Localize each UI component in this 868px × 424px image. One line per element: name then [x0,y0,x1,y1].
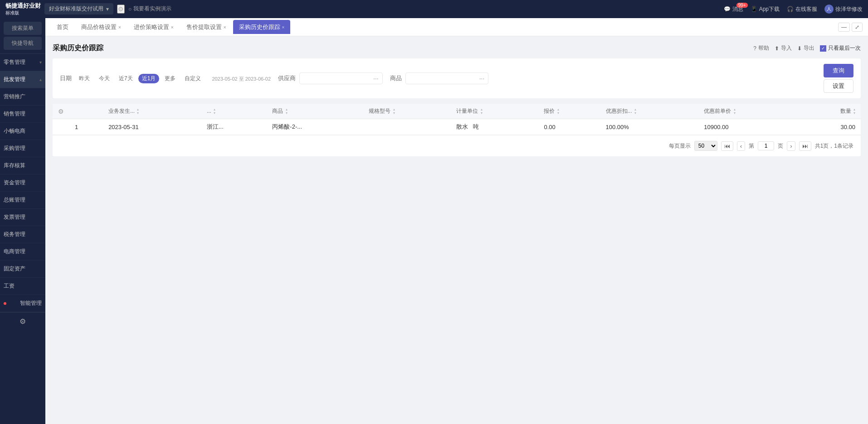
sidebar-item-tax[interactable]: 税务管理 [0,226,45,243]
sidebar-item-retail[interactable]: 零售管理 ▾ [0,54,45,71]
date-btn-today[interactable]: 今天 [95,74,113,83]
col-unit[interactable]: 计量单位 ▴▾ [451,104,538,119]
topbar: 畅捷通好业财 标准版 好业财标准版交付试用 ▾ ⚙ ○ 我要看实例演示 💬 消息… [0,0,868,18]
sidebar-item-sales[interactable]: 销售管理 [0,106,45,123]
content-area: 首页 商品价格设置 × 进价策略设置 × 售价提取设置 × 采购历史价跟踪 × … [45,18,868,424]
sidebar-item-smart[interactable]: 智能管理 [0,295,45,312]
import-button[interactable]: ⬆ 导入 [775,44,792,52]
topbar-left: 畅捷通好业财 标准版 好业财标准版交付试用 ▾ ⚙ ○ 我要看实例演示 [5,2,171,16]
query-button[interactable]: 查询 [824,64,853,77]
demo-btn[interactable]: ○ 我要看实例演示 [128,5,171,13]
tab-price[interactable]: 商品价格设置 × [75,20,127,34]
col-goods[interactable]: 商品 ▴▾ [267,104,363,119]
sidebar-item-inventory[interactable]: 库存核算 [0,157,45,174]
export-button[interactable]: ⬇ 导出 [797,44,814,52]
cell-goods: 丙烯酸-2-... [267,119,363,135]
col-more[interactable]: ... ▴▾ [201,104,267,119]
column-settings-button[interactable]: ⚙ [58,108,64,115]
sidebar-settings-button[interactable]: ⚙ [20,317,26,326]
table-body: 1 2023-05-31 浙江... 丙烯酸-2-... 散水 吨 0.00 1… [53,119,861,135]
export-icon: ⬇ [797,45,802,52]
tab-purchase-strategy[interactable]: 进价策略设置 × [128,20,180,34]
search-menu-button[interactable]: 搜索菜单 [4,22,42,35]
topbar-gear-button[interactable]: ⚙ [117,5,125,14]
help-label: 帮助 [758,44,769,52]
sidebar-item-label: 零售管理 [4,58,25,66]
cell-quote: 0.00 [538,119,600,135]
page-prev-button[interactable]: ‹ [737,141,745,151]
app-download-btn[interactable]: 📱 App下载 [751,5,780,13]
goods-more-icon[interactable]: ··· [479,75,485,82]
tab-close-icon[interactable]: × [118,25,121,30]
page-title: 采购历史价跟踪 [53,43,103,53]
app-logo: 畅捷通好业财 标准版 [5,2,41,16]
page-header: 采购历史价跟踪 ? 帮助 ⬆ 导入 ⬇ 导出 ✓ [53,43,861,53]
col-date[interactable]: 业务发生... ▴▾ [103,104,201,119]
user-menu[interactable]: 人 徐泽华修改 [824,5,863,14]
tab-close-icon[interactable]: × [171,25,174,30]
goods-input[interactable] [410,75,478,82]
goods-filter-label: 商品 [390,74,402,82]
sidebar-item-finance[interactable]: 资金管理 [0,174,45,192]
tab-minimize-button[interactable]: — [838,23,850,32]
tab-maximize-button[interactable]: ⤢ [852,23,863,32]
per-page-select[interactable]: 50 100 200 [694,141,717,151]
page-input[interactable] [758,141,774,150]
date-btn-more[interactable]: 更多 [161,74,179,83]
user-name: 徐泽华修改 [835,5,863,13]
sidebar-item-label: 税务管理 [4,231,25,238]
page-first-button[interactable]: ⏮ [721,141,733,151]
chevron-icon: ▾ [39,60,42,65]
chevron-down-icon: ▾ [106,6,109,12]
col-quantity[interactable]: 数量 ▴▾ [799,104,861,119]
col-num [69,104,103,119]
page-last-button[interactable]: ⏭ [799,141,811,151]
col-discount-rate[interactable]: 优惠折扣... ▴▾ [600,104,699,119]
version-selector[interactable]: 好业财标准版交付试用 ▾ [44,3,113,14]
sidebar-item-salary[interactable]: 工资 [0,278,45,295]
sidebar-item-wholesale[interactable]: 批发管理 ▴ [0,71,45,88]
help-button[interactable]: ? 帮助 [753,44,769,52]
tab-home[interactable]: 首页 [51,20,74,34]
notification-dot [4,302,6,305]
sidebar-item-ecommerce-small[interactable]: 小畅电商 [0,123,45,140]
quick-nav-button[interactable]: 快捷导航 [4,37,42,50]
sidebar-item-marketing[interactable]: 营销推广 [0,88,45,106]
messages-badge: 99+ [736,3,748,8]
tab-label: 进价策略设置 [134,23,169,31]
date-btn-yesterday[interactable]: 昨天 [75,74,93,83]
sidebar-item-assets[interactable]: 固定资产 [0,260,45,278]
date-btn-1month[interactable]: 近1月 [138,74,160,83]
cell-settings [53,119,69,135]
sidebar-item-invoice[interactable]: 发票管理 [0,209,45,226]
online-service-label: 在线客服 [795,5,817,13]
sort-arrows-pre-discount: ▴▾ [734,108,736,115]
pagination: 每页显示 50 100 200 ⏮ ‹ 第 页 › ⏭ 共1页，1条记录 [53,135,861,156]
demo-label: 我要看实例演示 [133,5,171,13]
supplier-input[interactable] [303,75,371,82]
col-pre-discount-price[interactable]: 优惠前单价 ▴▾ [698,104,799,119]
filter-settings-button[interactable]: 设置 [824,79,853,93]
online-service-btn[interactable]: 🎧 在线客服 [787,5,817,13]
supplier-more-icon[interactable]: ··· [373,75,379,82]
sort-arrows-goods: ▴▾ [286,108,288,115]
cell-discount-rate: 100.00% [600,119,699,135]
sidebar-item-label: 小畅电商 [4,127,25,135]
sidebar-item-ecommerce[interactable]: 电商管理 [0,243,45,260]
tab-history-price[interactable]: 采购历史价跟踪 × [233,20,291,34]
page-next-button[interactable]: › [787,141,795,151]
messages-btn[interactable]: 💬 消息 99+ [724,5,743,13]
sidebar-item-purchase[interactable]: 采购管理 [0,140,45,157]
tab-label: 采购历史价跟踪 [239,23,280,31]
sidebar: 搜索菜单 快捷导航 零售管理 ▾ 批发管理 ▴ 营销推广 销售管理 小畅电商 采… [0,18,45,424]
sidebar-item-accounting[interactable]: 总账管理 [0,192,45,209]
date-btn-custom[interactable]: 自定义 [181,74,205,83]
col-quote[interactable]: 报价 ▴▾ [538,104,600,119]
date-btn-7days[interactable]: 近7天 [115,74,137,83]
only-last-checkbox[interactable]: ✓ 只看最后一次 [820,44,861,52]
tab-close-icon[interactable]: × [282,25,285,30]
page-label: 第 [749,142,754,150]
tab-sale-extract[interactable]: 售价提取设置 × [180,20,232,34]
col-spec[interactable]: 规格型号 ▴▾ [363,104,451,119]
tab-close-icon[interactable]: × [224,25,226,30]
